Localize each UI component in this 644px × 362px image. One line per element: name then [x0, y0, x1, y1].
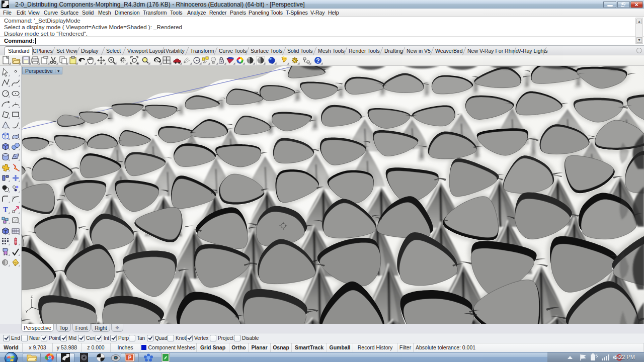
svg-text:y: y	[26, 309, 28, 313]
svg-text:z: z	[31, 294, 33, 299]
svg-text:P: P	[128, 355, 132, 360]
svg-text:?: ?	[316, 57, 319, 64]
svg-text:x: x	[40, 308, 42, 312]
svg-text:T: T	[3, 206, 8, 214]
